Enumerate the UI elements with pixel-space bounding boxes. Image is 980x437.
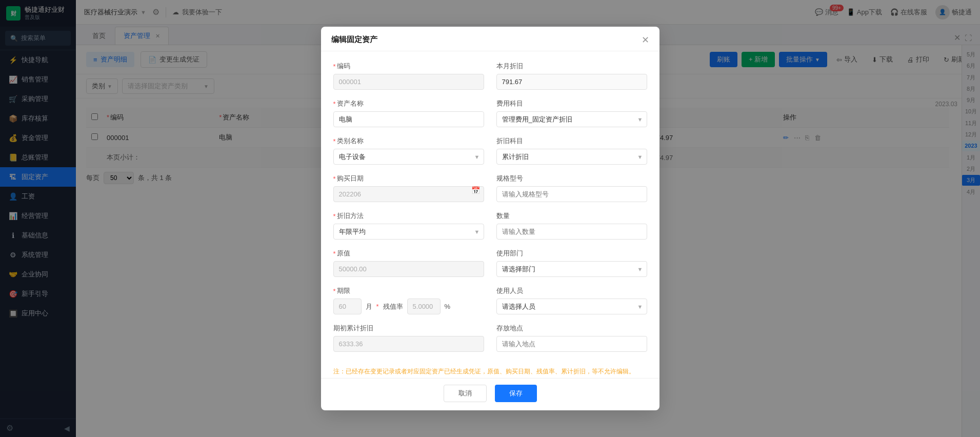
monthly-depreciation-label: 本月折旧 (496, 62, 647, 71)
category-select[interactable]: 电子设备 (333, 149, 484, 165)
modal-form: * 编码 本月折旧 * 资产名称 (333, 62, 647, 352)
original-value-label: * 原值 (333, 249, 484, 258)
form-group-department: 使用部门 请选择部门 ▼ (496, 249, 647, 277)
location-input[interactable] (496, 336, 647, 352)
period-residual-row: 月 * 残值率 % (333, 299, 484, 314)
depreciation-method-select[interactable]: 年限平均 (333, 224, 484, 240)
modal-header: 编辑固定资产 ✕ (321, 27, 659, 51)
depreciation-subject-label: 折旧科目 (496, 136, 647, 146)
expense-subject-select[interactable]: 管理费用_固定资产折旧 (496, 111, 647, 127)
period-label: * 期限 (333, 286, 484, 295)
user-wrapper: 请选择人员 ▼ (496, 299, 647, 314)
period-input[interactable] (333, 299, 362, 314)
model-input[interactable] (496, 186, 647, 202)
form-group-purchase-date: * 购买日期 📅 (333, 174, 484, 202)
code-label: * 编码 (333, 62, 484, 71)
form-group-quantity: 数量 (496, 211, 647, 240)
purchase-date-label: * 购买日期 (333, 174, 484, 183)
modal-body: * 编码 本月折旧 * 资产名称 (321, 51, 659, 362)
category-wrapper: 电子设备 ▼ (333, 149, 484, 165)
form-group-depreciation-subject: 折旧科目 累计折旧 ▼ (496, 136, 647, 165)
purchase-date-input[interactable] (333, 186, 484, 202)
expense-subject-label: 费用科目 (496, 99, 647, 108)
save-button[interactable]: 保存 (495, 385, 537, 402)
model-label: 规格型号 (496, 174, 647, 183)
purchase-date-wrapper: 📅 (333, 186, 484, 202)
code-input[interactable] (333, 74, 484, 90)
form-group-monthly-depreciation: 本月折旧 (496, 62, 647, 90)
modal-overlay: 编辑固定资产 ✕ * 编码 本月折旧 (0, 0, 980, 437)
expense-subject-wrapper: 管理费用_固定资产折旧 ▼ (496, 111, 647, 127)
quantity-input[interactable] (496, 224, 647, 240)
department-wrapper: 请选择部门 ▼ (496, 261, 647, 277)
modal-note: 注：已经存在变更记录或者对应固定资产已经生成凭证，原值、购买日期、残值率、累计折… (321, 362, 659, 378)
form-group-location: 存放地点 (496, 324, 647, 352)
modal-close-button[interactable]: ✕ (642, 35, 649, 45)
modal-footer: 取消 保存 (321, 378, 659, 410)
form-group-initial-accumulated: 期初累计折旧 (333, 324, 484, 352)
department-select[interactable]: 请选择部门 (496, 261, 647, 277)
department-label: 使用部门 (496, 249, 647, 258)
modal-title: 编辑固定资产 (331, 35, 377, 45)
initial-accumulated-input[interactable] (333, 336, 484, 352)
depreciation-subject-wrapper: 累计折旧 ▼ (496, 149, 647, 165)
user-label: 使用人员 (496, 286, 647, 295)
required-star: * (376, 303, 379, 310)
initial-accumulated-label: 期初累计折旧 (333, 324, 484, 333)
form-group-code: * 编码 (333, 62, 484, 90)
edit-asset-modal: 编辑固定资产 ✕ * 编码 本月折旧 (321, 27, 659, 410)
form-group-depreciation-method: * 折旧方法 年限平均 ▼ (333, 211, 484, 240)
quantity-label: 数量 (496, 211, 647, 221)
category-label: * 类别名称 (333, 136, 484, 146)
user-select[interactable]: 请选择人员 (496, 299, 647, 314)
monthly-depreciation-input (496, 74, 647, 90)
residual-rate-unit: % (445, 303, 451, 310)
location-label: 存放地点 (496, 324, 647, 333)
form-group-user: 使用人员 请选择人员 ▼ (496, 286, 647, 314)
asset-name-label: * 资产名称 (333, 99, 484, 108)
form-group-expense-subject: 费用科目 管理费用_固定资产折旧 ▼ (496, 99, 647, 127)
form-group-category: * 类别名称 电子设备 ▼ (333, 136, 484, 165)
form-group-period-residual: * 期限 月 * 残值率 % (333, 286, 484, 314)
cancel-button[interactable]: 取消 (444, 385, 487, 402)
period-unit: 月 (366, 302, 372, 311)
form-group-asset-name: * 资产名称 (333, 99, 484, 127)
depreciation-method-label: * 折旧方法 (333, 211, 484, 221)
form-group-original-value: * 原值 (333, 249, 484, 277)
residual-rate-label: 残值率 (383, 302, 403, 311)
residual-rate-input[interactable] (407, 299, 441, 314)
original-value-input[interactable] (333, 261, 484, 277)
asset-name-input[interactable] (333, 111, 484, 127)
depreciation-subject-select[interactable]: 累计折旧 (496, 149, 647, 165)
depreciation-method-wrapper: 年限平均 ▼ (333, 224, 484, 240)
form-group-model: 规格型号 (496, 174, 647, 202)
